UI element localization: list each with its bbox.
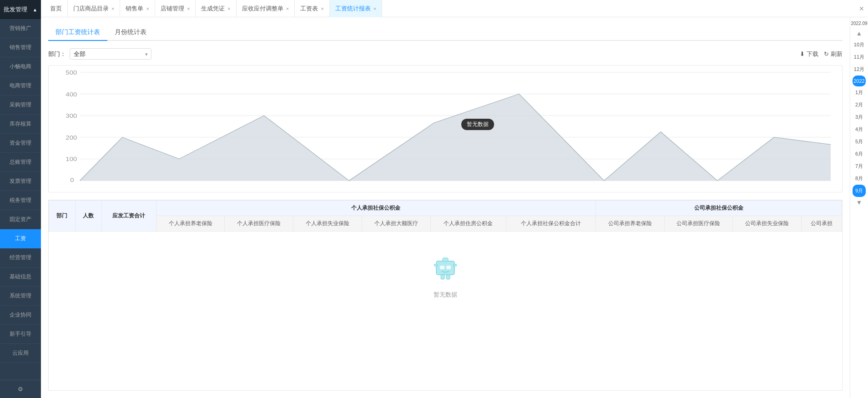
svg-text:0: 0 [70,177,74,183]
tab-label: 店铺管理 [161,5,184,13]
tab-label: 生成凭证 [201,5,225,13]
sidebar-item-经营管理[interactable]: 经营管理 [0,248,41,267]
refresh-button[interactable]: ↻ 刷新 [824,50,843,58]
dept-select[interactable]: 全部 [70,48,151,60]
sidebar-header[interactable]: 批发管理 ▲ [0,0,41,19]
col-group-personal: 个人承担社保公积金 [156,201,595,216]
tab-label: 门店商品目录 [73,5,109,13]
sidebar-item-税务管理[interactable]: 税务管理 [0,191,41,210]
date-item-10月[interactable]: 10月 [853,39,865,51]
sidebar-item-云应用[interactable]: 云应用 [0,344,41,363]
main-area: 首页门店商品目录×销售单×店铺管理×生成凭证×应收应付调整单×工资表×工资统计报… [41,0,868,398]
tab-门店商品目录[interactable]: 门店商品目录× [68,0,120,17]
sidebar-settings[interactable]: ⚙ [0,380,41,398]
date-item-3月[interactable]: 3月 [853,111,865,123]
empty-icon [427,250,464,286]
col-company-unemployment: 公司承担失业保险 [733,216,802,232]
col-personal-housing-fund: 个人承担住房公积金 [430,216,506,232]
col-company-pension: 公司承担养老保险 [595,216,664,232]
sidebar: 批发管理 ▲ 营销推广销售管理小畅电商电商管理采购管理库存核算资金管理总账管理发… [0,0,41,398]
date-item-7月[interactable]: 7月 [853,160,865,172]
dept-select-wrapper: 全部 [70,48,151,60]
tab-bar-end: ✕ [859,5,864,12]
svg-text:400: 400 [66,91,77,97]
content-area: 部门工资统计表月份统计表 部门： 全部 ⬇ 下载 [41,17,868,398]
sidebar-item-采购管理[interactable]: 采购管理 [0,96,41,115]
tab-close-icon[interactable]: × [146,6,149,11]
svg-rect-20 [443,258,448,262]
col-group-company: 公司承担社保公积金 [595,201,842,216]
sidebar-header-label: 批发管理 [4,5,27,14]
col-count: 人数 [75,201,101,232]
sidebar-item-小畅电商[interactable]: 小畅电商 [0,57,41,76]
date-item-9月[interactable]: 9月 [853,185,865,197]
date-item-2022[interactable]: 2022 [853,76,865,86]
col-personal-major-medical: 个人承担大额医疗 [362,216,430,232]
date-item-6月[interactable]: 6月 [853,148,865,160]
chart-area: 500 400 300 200 100 0 [48,65,843,192]
sidebar-item-销售管理[interactable]: 销售管理 [0,38,41,57]
sidebar-item-电商管理[interactable]: 电商管理 [0,76,41,96]
toolbar-left: 部门： 全部 [48,48,151,60]
data-table: 部门 人数 应发工资合计 个人承担社保公积金 公司承担社保公积金 个人承担养老保… [49,200,842,232]
col-personal-pension: 个人承担养老保险 [156,216,225,232]
sidebar-item-企业协同[interactable]: 企业协同 [0,306,41,325]
date-item-4月[interactable]: 4月 [853,123,865,136]
sidebar-item-总账管理[interactable]: 总账管理 [0,153,41,172]
date-item-11月[interactable]: 11月 [853,51,865,63]
close-window-icon[interactable]: ✕ [859,5,864,12]
sidebar-item-库存核算[interactable]: 库存核算 [0,115,41,134]
sidebar-item-固定资产[interactable]: 固定资产 [0,210,41,229]
tab-close-icon[interactable]: × [373,6,376,11]
tab-label: 应收应付调整单 [242,5,283,13]
sidebar-item-新手引导[interactable]: 新手引导 [0,325,41,344]
table-wrapper: 部门 人数 应发工资合计 个人承担社保公积金 公司承担社保公积金 个人承担养老保… [48,200,843,391]
svg-rect-14 [440,266,444,269]
date-nav-up[interactable]: ▲ [850,28,868,39]
svg-text:300: 300 [66,113,77,119]
col-company-medical: 公司承担医疗保险 [664,216,733,232]
tab-首页[interactable]: 首页 [45,0,68,17]
download-button[interactable]: ⬇ 下载 [800,50,818,58]
svg-rect-15 [446,266,451,269]
sidebar-item-基础信息[interactable]: 基础信息 [0,267,41,287]
svg-rect-16 [434,264,438,266]
tab-销售单[interactable]: 销售单× [120,0,155,17]
date-panel: 2022.09 ▲ 10月11月12月20221月2月3月4月5月6月7月8月9… [850,17,868,398]
sidebar-item-营销推广[interactable]: 营销推广 [0,19,41,38]
date-item-1月[interactable]: 1月 [853,86,865,99]
tab-label: 首页 [50,5,62,13]
date-item-8月[interactable]: 8月 [853,172,865,185]
col-personal-medical: 个人承担医疗保险 [225,216,293,232]
col-personal-unemployment: 个人承担失业保险 [293,216,362,232]
tab-应收应付调整单[interactable]: 应收应付调整单× [237,0,295,17]
sub-tab-部门工资统计表[interactable]: 部门工资统计表 [48,25,107,41]
tab-bar: 首页门店商品目录×销售单×店铺管理×生成凭证×应收应付调整单×工资表×工资统计报… [41,0,868,17]
refresh-icon: ↻ [824,50,829,57]
sidebar-item-工资[interactable]: 工资 [0,229,41,248]
tab-工资统计报表[interactable]: 工资统计报表× [330,0,382,17]
sidebar-item-资金管理[interactable]: 资金管理 [0,134,41,153]
date-item-12月[interactable]: 12月 [853,63,865,76]
tab-生成凭证[interactable]: 生成凭证× [196,0,236,17]
svg-rect-19 [446,275,450,279]
chart-tooltip: 暂无数据 [461,119,494,130]
sidebar-item-系统管理[interactable]: 系统管理 [0,287,41,306]
svg-rect-17 [453,264,457,266]
tab-close-icon[interactable]: × [286,6,289,11]
date-nav-down[interactable]: ▼ [850,197,868,208]
date-item-5月[interactable]: 5月 [853,136,865,148]
tab-店铺管理[interactable]: 店铺管理× [155,0,196,17]
tab-close-icon[interactable]: × [227,6,230,11]
date-display: 2022.09 [850,19,868,28]
sub-tab-月份统计表[interactable]: 月份统计表 [107,25,154,41]
tab-工资表[interactable]: 工资表× [295,0,329,17]
date-item-2月[interactable]: 2月 [853,99,865,111]
tab-close-icon[interactable]: × [187,6,190,11]
tab-label: 工资统计报表 [335,5,371,13]
tab-close-icon[interactable]: × [111,6,114,11]
gear-icon: ⚙ [18,386,23,393]
tab-close-icon[interactable]: × [321,6,323,11]
sidebar-item-发票管理[interactable]: 发票管理 [0,172,41,191]
col-company-other: 公司承担 [802,216,842,232]
